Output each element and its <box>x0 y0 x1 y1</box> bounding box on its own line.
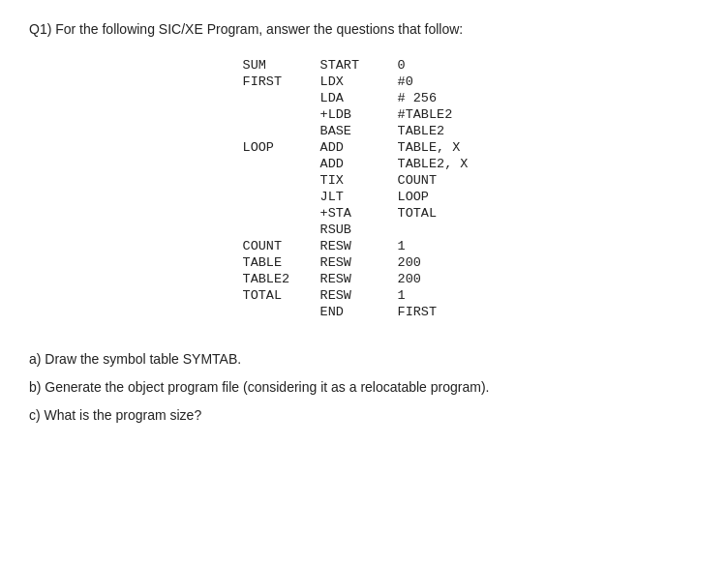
cell-mnemonic: +LDB <box>320 106 398 123</box>
table-row: JLTLOOP <box>243 189 486 205</box>
table-row: COUNTRESW1 <box>243 238 486 254</box>
cell-mnemonic: RESW <box>320 254 398 271</box>
table-row: TABLERESW200 <box>243 254 486 271</box>
cell-label: TOTAL <box>243 287 320 304</box>
cell-mnemonic: +STA <box>320 205 398 222</box>
cell-operand: #TABLE2 <box>398 106 486 123</box>
cell-mnemonic: TIX <box>320 172 398 189</box>
table-row: +STATOTAL <box>243 205 486 222</box>
cell-label: TABLE2 <box>243 271 320 287</box>
cell-label <box>243 90 320 106</box>
cell-operand <box>398 222 486 238</box>
table-row: +LDB#TABLE2 <box>243 106 486 123</box>
table-row: LDA# 256 <box>243 90 486 106</box>
questions-section: a) Draw the symbol table SYMTAB. b) Gene… <box>29 347 699 429</box>
cell-operand: # 256 <box>398 90 486 106</box>
cell-mnemonic: LDX <box>320 74 398 90</box>
table-row: TIXCOUNT <box>243 172 486 189</box>
cell-operand: 200 <box>398 254 486 271</box>
table-row: TOTALRESW1 <box>243 287 486 304</box>
cell-operand: LOOP <box>398 189 486 205</box>
question-header: Q1) For the following SIC/XE Program, an… <box>29 19 699 40</box>
cell-label <box>243 123 320 139</box>
question-b: b) Generate the object program file (con… <box>29 375 699 400</box>
question-a: a) Draw the symbol table SYMTAB. <box>29 347 699 371</box>
cell-mnemonic: RESW <box>320 287 398 304</box>
table-row: FIRSTLDX#0 <box>243 74 486 90</box>
cell-mnemonic: LDA <box>320 90 398 106</box>
cell-label: TABLE <box>243 254 320 271</box>
cell-operand: 1 <box>398 238 486 254</box>
cell-label: SUM <box>243 57 320 74</box>
cell-mnemonic: RESW <box>320 271 398 287</box>
cell-mnemonic: ADD <box>320 139 398 156</box>
cell-operand: TABLE2, X <box>398 156 486 172</box>
cell-label: FIRST <box>243 74 320 90</box>
cell-label <box>243 156 320 172</box>
cell-operand: 0 <box>398 57 486 74</box>
question-c: c) What is the program size? <box>29 403 699 428</box>
cell-mnemonic: END <box>320 304 398 320</box>
table-row: ADDTABLE2, X <box>243 156 486 172</box>
cell-label <box>243 172 320 189</box>
cell-mnemonic: BASE <box>320 123 398 139</box>
cell-operand: COUNT <box>398 172 486 189</box>
cell-mnemonic: ADD <box>320 156 398 172</box>
cell-operand: FIRST <box>398 304 486 320</box>
cell-label <box>243 106 320 123</box>
cell-label: LOOP <box>243 139 320 156</box>
table-row: TABLE2RESW200 <box>243 271 486 287</box>
table-row: BASETABLE2 <box>243 123 486 139</box>
cell-label <box>243 205 320 222</box>
cell-label <box>243 304 320 320</box>
cell-label: COUNT <box>243 238 320 254</box>
cell-operand: TABLE, X <box>398 139 486 156</box>
cell-mnemonic: RSUB <box>320 222 398 238</box>
table-row: ENDFIRST <box>243 304 486 320</box>
cell-label <box>243 189 320 205</box>
cell-mnemonic: JLT <box>320 189 398 205</box>
table-row: RSUB <box>243 222 486 238</box>
program-table: SUMSTART0FIRSTLDX#0LDA# 256+LDB#TABLE2BA… <box>243 57 486 320</box>
cell-operand: 200 <box>398 271 486 287</box>
cell-mnemonic: START <box>320 57 398 74</box>
table-row: SUMSTART0 <box>243 57 486 74</box>
cell-operand: TOTAL <box>398 205 486 222</box>
table-row: LOOPADDTABLE, X <box>243 139 486 156</box>
cell-operand: #0 <box>398 74 486 90</box>
cell-mnemonic: RESW <box>320 238 398 254</box>
cell-operand: TABLE2 <box>398 123 486 139</box>
cell-label <box>243 222 320 238</box>
cell-operand: 1 <box>398 287 486 304</box>
